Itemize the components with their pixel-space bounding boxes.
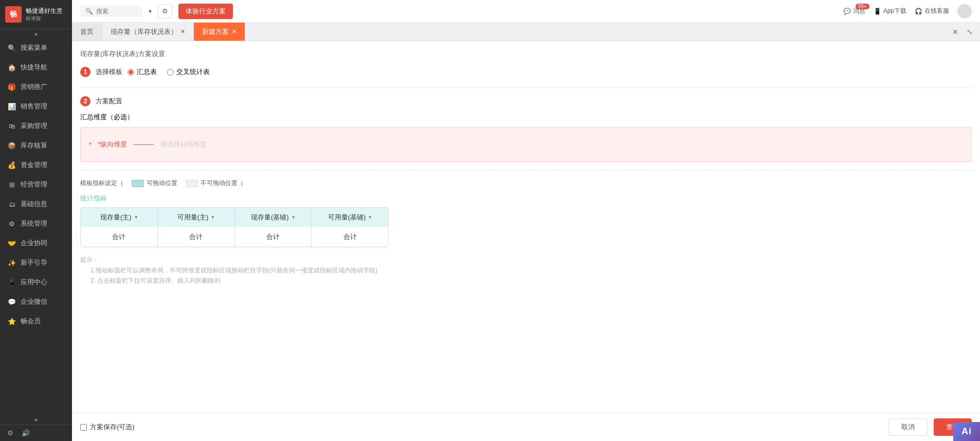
col-3-chevron[interactable]: ▾ — [292, 214, 295, 220]
sidebar-item-inventory[interactable]: 📦 库存核算 — [0, 136, 72, 155]
legend-label: 模板指标设定（ — [80, 179, 123, 188]
col-4-header[interactable]: 可用量(基辅) ▾ — [312, 208, 388, 227]
sidebar-item-purchase[interactable]: 🛍 采购管理 — [0, 116, 72, 136]
search-input[interactable] — [96, 8, 137, 15]
header-dropdown[interactable]: ▾ — [149, 8, 152, 15]
speaker-icon[interactable]: 🔊 — [22, 429, 30, 437]
col-2-header[interactable]: 可用量(主) ▾ — [158, 208, 234, 227]
message-icon: 💬 — [843, 8, 851, 15]
tab-inventory-close[interactable]: ✕ — [180, 28, 185, 35]
tab-actions: ✕ ⤡ — [949, 26, 980, 38]
col-3: 现存量(基辅) ▾ — [235, 208, 312, 227]
sidebar-bottom: ⚙ 🔊 — [0, 425, 72, 441]
dimension-row: * *纵向维度 请选择分组维度 — [89, 140, 963, 149]
radio-summary-label: 汇总表 — [137, 67, 157, 77]
content-area: 现存量(库存状况表)方案设置 1 选择模板 汇总表 交叉统计表 — [72, 41, 980, 413]
app-download-action[interactable]: 📱 App下载 — [874, 7, 906, 15]
col-4: 可用量(基辅) ▾ — [312, 208, 388, 227]
phone-icon: 📱 — [874, 8, 881, 15]
tab-close-btn[interactable]: ✕ — [949, 26, 961, 38]
box-icon: 📦 — [7, 141, 16, 150]
sidebar-item-marketing[interactable]: 🎁 营销推广 — [0, 77, 72, 97]
col-2-body: 合计 — [158, 227, 235, 247]
online-service-action[interactable]: 🎧 在线客服 — [915, 7, 949, 15]
radio-summary[interactable]: 汇总表 — [128, 67, 157, 77]
tab-new-plan[interactable]: 新建方案 ✕ — [194, 23, 245, 41]
tab-inventory-status[interactable]: 现存量（库存状况表） ✕ — [102, 23, 194, 41]
search-bar[interactable]: 🔍 — [80, 6, 142, 17]
sidebar-item-label: 应用中心 — [21, 278, 47, 287]
tab-home[interactable]: 首页 — [72, 23, 102, 41]
avatar[interactable] — [957, 4, 972, 19]
footer-bar: 方案保存(可选) 取消 查询 — [72, 413, 980, 441]
money-icon: 💰 — [7, 160, 16, 170]
col-3-header-text: 现存量(基辅) — [251, 213, 289, 222]
dimension-label: 汇总维度（必选） — [80, 113, 134, 122]
section-1: 1 选择模板 汇总表 交叉统计表 — [80, 67, 972, 77]
sidebar-item-system[interactable]: ⚙ 系统管理 — [0, 214, 72, 233]
sidebar-item-quick-nav[interactable]: 🏠 快捷导航 — [0, 58, 72, 77]
sidebar-item-label: 搜索菜单 — [21, 43, 47, 52]
sidebar-item-member[interactable]: ⭐ 畅会员 — [0, 311, 72, 331]
sidebar-item-weixin[interactable]: 💬 企业微信 — [0, 292, 72, 311]
tips-section: 提示： 1.拖动标题栏可以调整布局，不可跨维度或指标区域拖动栏目字段(只能在同一… — [80, 255, 972, 285]
col-1: 现存量(主) ▾ — [81, 208, 158, 227]
sidebar-item-sales[interactable]: 📊 销售管理 — [0, 97, 72, 116]
section2-title: 方案配置 — [96, 97, 122, 106]
col-1-body: 合计 — [81, 227, 158, 247]
grid-icon: ⊞ — [7, 180, 16, 189]
tab-expand-btn[interactable]: ⤡ — [964, 26, 976, 38]
draggable-label: 可拖动位置 — [147, 179, 177, 188]
required-marker: * — [89, 141, 92, 149]
col-1-header[interactable]: 现存量(主) ▾ — [81, 208, 157, 227]
bag-icon: 🛍 — [7, 121, 16, 131]
star-icon: ⭐ — [7, 317, 16, 326]
chart-icon: 📊 — [7, 102, 16, 111]
headset-icon: 🎧 — [915, 8, 922, 15]
ai-badge[interactable]: Ai — [953, 422, 980, 441]
radio-cross-input[interactable] — [167, 69, 174, 76]
sidebar-item-label: 经营管理 — [21, 180, 47, 189]
tips-title: 提示： — [80, 255, 972, 264]
sidebar-item-newcomer[interactable]: ✨ 新手引导 — [0, 253, 72, 272]
radio-cross[interactable]: 交叉统计表 — [167, 67, 210, 77]
sidebar-item-operation[interactable]: ⊞ 经营管理 — [0, 175, 72, 194]
sidebar-item-finance[interactable]: 💰 资金管理 — [0, 155, 72, 175]
sidebar-item-enterprise[interactable]: 🤝 企业协同 — [0, 233, 72, 253]
col-4-chevron[interactable]: ▾ — [369, 214, 372, 220]
trial-button[interactable]: 体验行业方案 — [178, 4, 233, 19]
section2-num: 2 — [80, 96, 90, 106]
tip-item-1: 1.拖动标题栏可以调整布局，不可跨维度或指标区域拖动栏目字段(只能在同一维度或指… — [80, 266, 972, 275]
sidebar-item-search-menu[interactable]: 🔍 搜索菜单 — [0, 38, 72, 58]
sidebar-item-label: 资金管理 — [21, 160, 47, 170]
col-1-summary-text: 合计 — [112, 232, 125, 242]
search-icon: 🔍 — [7, 43, 16, 52]
message-action[interactable]: 💬 消息 99+ — [843, 7, 865, 15]
col-4-header-text: 可用量(基辅) — [328, 213, 366, 222]
radio-summary-input[interactable] — [128, 69, 134, 76]
table-section-title: 统计指标 — [80, 194, 972, 203]
col-1-summary: 合计 — [81, 227, 157, 247]
col-3-summary: 合计 — [235, 227, 312, 247]
col-2-chevron[interactable]: ▾ — [211, 214, 214, 220]
sidebar: 畅 畅捷通好生意 标准版 ▲ 🔍 搜索菜单 🏠 快捷导航 🎁 营销推广 📊 销售… — [0, 0, 72, 441]
sidebar-scroll-up[interactable]: ▲ — [0, 29, 72, 38]
gear-button[interactable]: ⚙ — [158, 4, 172, 19]
sidebar-scroll-down[interactable]: ▼ — [0, 416, 72, 425]
settings-icon: ⚙ — [7, 219, 16, 228]
dimension-pink-box: * *纵向维度 请选择分组维度 — [80, 127, 972, 162]
non-draggable-label: 不可拖动位置 — [201, 179, 238, 188]
sidebar-item-app-center[interactable]: 📱 应用中心 — [0, 272, 72, 292]
logo-subtitle: 标准版 — [26, 15, 63, 22]
tab-new-plan-close[interactable]: ✕ — [232, 28, 237, 35]
col-3-header[interactable]: 现存量(基辅) ▾ — [235, 208, 312, 227]
non-draggable-box — [186, 180, 198, 187]
section1-num: 1 — [80, 67, 90, 77]
cancel-button[interactable]: 取消 — [888, 418, 928, 436]
sidebar-item-basic-info[interactable]: 🗂 基础信息 — [0, 194, 72, 214]
col-1-chevron[interactable]: ▾ — [135, 214, 138, 220]
dim-placeholder[interactable]: 请选择分组维度 — [160, 140, 207, 149]
save-checkbox[interactable] — [80, 424, 87, 431]
save-checkbox-row: 方案保存(可选) — [80, 422, 135, 432]
settings-bottom-icon[interactable]: ⚙ — [7, 429, 13, 437]
